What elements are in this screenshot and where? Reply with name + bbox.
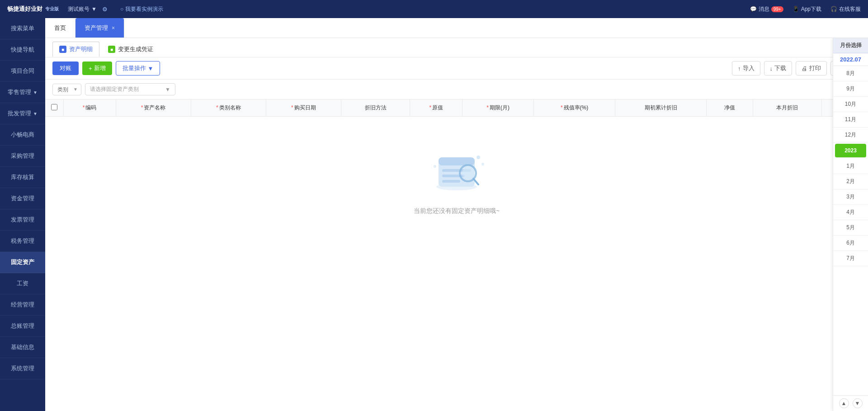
sidebar-item-label: 零售管理 [8,88,31,96]
empty-text: 当前您还没有固定资产明细哦~ [414,207,500,215]
month-item-6[interactable]: 6月 [833,236,868,251]
tab-home-label: 首页 [54,24,66,32]
filter-row: 类别 ▼ 请选择固定资产类别 ▼ [45,80,868,99]
sidebar-item-label: 发票管理 [11,216,34,223]
message-label: 消息 [759,5,769,13]
select-all-checkbox[interactable] [51,104,57,110]
app-download-button[interactable]: 📱 App下载 [793,5,821,13]
month-item-10[interactable]: 10月 [833,97,868,112]
message-button[interactable]: 💬 消息 99+ [750,5,783,13]
month-item-8[interactable]: 8月 [833,66,868,81]
add-icon: + [89,65,92,72]
reconcile-button[interactable]: 对账 [52,61,79,75]
settings-icon[interactable]: ⚙ [102,6,108,13]
th-code: *编码 [63,99,116,117]
th-name: *资产名称 [116,99,191,117]
subtab-voucher-label: 变更生成凭证 [118,45,153,53]
sidebar-item-capital[interactable]: 资金管理 [0,188,45,209]
sidebar: 搜索菜单 快捷导航 项目合同 零售管理 ▼ 批发管理 ▼ 小畅电商 采购管理 库… [0,18,45,411]
subtab-detail-label: 资产明细 [69,45,93,53]
message-icon: 💬 [750,6,757,12]
search-dropdown-icon: ▼ [165,86,170,93]
print-label: 打印 [809,64,821,72]
sidebar-item-ledger[interactable]: 总账管理 [0,316,45,337]
month-nav-up[interactable]: ▲ [839,398,849,408]
content-area: 首页 资产管理 × ■ 资产明细 ■ 变更生成凭证 [45,18,868,411]
batch-arrow-icon: ▼ [148,65,154,72]
sidebar-item-label: 税务管理 [11,237,34,244]
sidebar-item-system[interactable]: 系统管理 [0,358,45,379]
category-search-input[interactable]: 请选择固定资产类别 ▼ [85,83,175,95]
month-item-2[interactable]: 2月 [833,174,868,189]
batch-button[interactable]: 批量操作 ▼ [116,61,160,76]
batch-label: 批量操作 [123,64,146,72]
month-item-11[interactable]: 11月 [833,112,868,128]
download-button[interactable]: ↓ 下载 [764,61,793,76]
account-selector[interactable]: 测试账号 ▼ [68,5,97,13]
expand-arrow-icon: ▼ [33,90,38,95]
month-item-3[interactable]: 3月 [833,189,868,205]
asset-detail-icon: ■ [59,46,66,53]
app-download-label: App下载 [801,5,821,13]
demo-icon: ○ [120,6,123,12]
subtab-voucher[interactable]: ■ 变更生成凭证 [101,42,160,57]
sidebar-item-label: 经营管理 [11,301,34,308]
th-netvalue: 净值 [707,99,753,117]
category-filter[interactable]: 类别 [52,84,81,95]
svg-point-11 [434,165,436,168]
sidebar-item-label: 快捷导航 [11,46,34,53]
subtab-detail[interactable]: ■ 资产明细 [52,42,99,57]
month-item-4[interactable]: 4月 [833,205,868,220]
month-item-5[interactable]: 5月 [833,220,868,236]
month-nav-down[interactable]: ▼ [853,398,863,408]
sidebar-item-fixedassets[interactable]: 固定资产 [0,252,45,273]
th-accum: 期初累计折旧 [615,99,707,117]
sidebar-item-search[interactable]: 搜索菜单 [0,18,45,39]
category-search-placeholder: 请选择固定资产类别 [90,85,139,93]
month-panel-title: 月份选择 [840,42,862,48]
sidebar-item-basicinfo[interactable]: 基础信息 [0,337,45,358]
tab-assetmanage[interactable]: 资产管理 × [75,18,124,38]
month-list: 8月 9月 10月 11月 12月 2023 1月 2月 3月 4月 5月 6月… [833,66,868,395]
sidebar-item-purchase[interactable]: 采购管理 [0,146,45,167]
sidebar-item-tax[interactable]: 税务管理 [0,231,45,252]
online-service-button[interactable]: 🎧 在线客服 [830,5,861,13]
svg-point-7 [462,167,474,179]
month-item-12[interactable]: 12月 [833,128,868,143]
sidebar-item-project[interactable]: 项目合同 [0,61,45,82]
svg-point-10 [481,163,484,165]
tab-close-icon[interactable]: × [112,25,115,31]
sidebar-item-retail[interactable]: 零售管理 ▼ [0,82,45,103]
sub-tabs: ■ 资产明细 ■ 变更生成凭证 [45,38,868,57]
print-button[interactable]: 🖨 打印 [796,61,827,76]
th-monthly: 本月折旧 [753,99,821,117]
expand-arrow-icon: ▼ [33,111,38,116]
import-button[interactable]: ↑ 导入 [732,61,760,76]
month-item-9[interactable]: 9月 [833,81,868,97]
sidebar-item-label: 小畅电商 [11,131,34,138]
add-button[interactable]: + 新增 [82,61,112,75]
download-icon: ↓ [770,65,773,72]
empty-illustration [425,144,488,198]
sidebar-item-invoice[interactable]: 发票管理 [0,209,45,231]
table-header: *编码 *资产名称 *类别名称 *购买日期 折旧方法 *原值 *期限(月) *残… [45,99,868,117]
month-item-7[interactable]: 7月 [833,251,868,266]
month-item-1[interactable]: 1月 [833,159,868,174]
month-panel-nav: ▲ ▼ [833,395,868,411]
sidebar-item-inventory[interactable]: 库存核算 [0,167,45,188]
assets-table: *编码 *资产名称 *类别名称 *购买日期 折旧方法 *原值 *期限(月) *残… [45,99,868,117]
headset-icon: 🎧 [830,6,837,12]
sidebar-item-wholesale[interactable]: 批发管理 ▼ [0,103,45,124]
demo-link[interactable]: ○ 我要看实例演示 [120,5,163,13]
demo-text: 我要看实例演示 [125,5,163,13]
tab-home[interactable]: 首页 [45,18,75,38]
download-label: 下载 [774,64,786,72]
sidebar-item-quicknav[interactable]: 快捷导航 [0,39,45,61]
sidebar-item-label: 库存核算 [11,174,34,180]
sidebar-item-operations[interactable]: 经营管理 [0,294,45,316]
sidebar-item-salary[interactable]: 工资 [0,273,45,294]
tab-bar: 首页 资产管理 × [45,18,868,38]
sidebar-item-label: 搜索菜单 [11,25,34,32]
sidebar-item-ecommerce[interactable]: 小畅电商 [0,124,45,146]
voucher-icon: ■ [108,46,115,53]
